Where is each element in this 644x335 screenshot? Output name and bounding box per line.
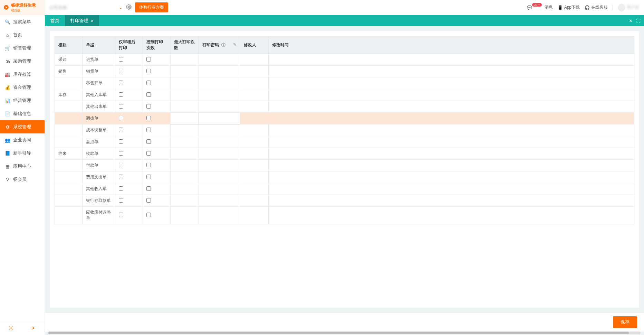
control-count-checkbox[interactable] (146, 163, 151, 167)
control-count-checkbox[interactable] (146, 139, 151, 144)
sidebar-item-8[interactable]: ⚙系统管理 (0, 120, 45, 133)
tab-home[interactable]: 首页 (45, 15, 65, 26)
close-icon[interactable]: ✕ (90, 19, 94, 23)
audit-only-checkbox[interactable] (119, 186, 123, 191)
messages-link[interactable]: 💬 99 + 消息 (527, 4, 553, 10)
sidebar-item-3[interactable]: 🛍采购管理 (0, 55, 45, 68)
cell-modify-time (269, 54, 634, 66)
sidebar-item-9[interactable]: 👥企业协同 (0, 133, 45, 147)
cell-audit-only (115, 124, 143, 136)
tab-print-management[interactable]: 打印管理 ✕ (65, 15, 99, 26)
sidebar-item-10[interactable]: 📘新手引导 (0, 147, 45, 160)
bag-icon: 🛍 (5, 58, 10, 64)
separator-icon (613, 5, 613, 10)
cell-max-count[interactable] (171, 113, 199, 124)
control-count-checkbox[interactable] (146, 69, 151, 73)
tab-close-all-icon[interactable]: ✕ (629, 18, 633, 24)
tenant-selector[interactable]: 公司名称 (49, 4, 67, 11)
cell-password (199, 195, 240, 207)
cell-audit-only (115, 77, 143, 89)
edit-icon[interactable]: ✎ (233, 42, 237, 47)
cell-audit-only (115, 183, 143, 195)
sidebar-item-1[interactable]: ⌂首页 (0, 28, 45, 41)
sidebar-item-12[interactable]: V畅会员 (0, 173, 45, 186)
messages-label: 消息 (545, 4, 553, 10)
control-count-checkbox[interactable] (146, 104, 151, 109)
table-row: 零售开单 (55, 77, 634, 89)
cell-control-count (143, 207, 171, 224)
sidebar-item-6[interactable]: 📊经营管理 (0, 94, 45, 107)
sidebar-item-label: 销售管理 (13, 45, 31, 51)
audit-only-checkbox[interactable] (119, 139, 123, 144)
audit-only-checkbox[interactable] (119, 104, 123, 109)
control-count-checkbox[interactable] (146, 151, 151, 156)
cell-max-count (171, 195, 199, 207)
horizontal-scrollbar[interactable] (45, 332, 644, 335)
audit-only-checkbox[interactable] (119, 213, 123, 217)
gear-icon[interactable] (126, 4, 132, 11)
user-menu[interactable]: 用户名 (618, 4, 639, 11)
sidebar-item-5[interactable]: 💰资金管理 (0, 81, 45, 94)
table-row: 往来收款单 (55, 148, 634, 160)
settings-icon[interactable] (9, 326, 13, 332)
customer-service-link[interactable]: 🎧 在线客服 (585, 4, 608, 10)
control-count-checkbox[interactable] (146, 175, 151, 179)
cell-max-count (171, 183, 199, 195)
control-count-checkbox[interactable] (146, 57, 151, 62)
cell-module (55, 171, 83, 183)
sidebar-item-label: 新手引导 (13, 150, 31, 156)
sidebar-item-2[interactable]: 🛒销售管理 (0, 41, 45, 55)
sidebar-item-0[interactable]: 🔍搜索菜单 (0, 15, 45, 28)
audit-only-checkbox[interactable] (119, 69, 123, 73)
control-count-checkbox[interactable] (146, 213, 151, 217)
cell-module: 往来 (55, 148, 83, 160)
cell-module: 采购 (55, 54, 83, 66)
audit-only-checkbox[interactable] (119, 151, 123, 156)
cell-max-count (171, 160, 199, 171)
control-count-checkbox[interactable] (146, 186, 151, 191)
chevron-down-icon[interactable]: ⌄ (119, 5, 123, 10)
audit-only-checkbox[interactable] (119, 57, 123, 62)
cell-control-count (143, 160, 171, 171)
audit-only-checkbox[interactable] (119, 163, 123, 167)
cell-modifier (240, 160, 269, 171)
team-icon: 👥 (5, 137, 10, 143)
audit-only-checkbox[interactable] (119, 116, 123, 120)
guide-icon: 📘 (5, 150, 10, 156)
control-count-checkbox[interactable] (146, 128, 151, 132)
cell-doc: 盘点单 (83, 136, 115, 148)
cell-doc: 其他入库单 (83, 89, 115, 101)
control-count-checkbox[interactable] (146, 92, 151, 97)
th-module: 模块 (55, 36, 83, 54)
cell-control-count (143, 195, 171, 207)
cell-max-count (171, 54, 199, 66)
help-icon[interactable]: ⓘ (221, 43, 225, 47)
cell-password[interactable] (199, 113, 240, 124)
save-button[interactable]: 保存 (613, 316, 637, 328)
cell-control-count (143, 77, 171, 89)
audit-only-checkbox[interactable] (119, 81, 123, 85)
sidebar-item-7[interactable]: 📄基础信息 (0, 107, 45, 120)
control-count-checkbox[interactable] (146, 81, 151, 85)
svg-rect-2 (32, 326, 32, 329)
industry-solution-button[interactable]: 体验行业方案 (135, 2, 168, 12)
control-count-checkbox[interactable] (146, 198, 151, 203)
audit-only-checkbox[interactable] (119, 128, 123, 132)
sidebar-item-11[interactable]: ▦应用中心 (0, 160, 45, 173)
app-download-link[interactable]: 📱 App下载 (558, 4, 580, 10)
collapse-icon[interactable] (31, 326, 36, 332)
audit-only-checkbox[interactable] (119, 92, 123, 97)
cell-password (199, 101, 240, 113)
cell-doc: 零售开单 (83, 77, 115, 89)
table-row: 调拔单 (55, 113, 634, 124)
cell-audit-only (115, 195, 143, 207)
cell-module (55, 77, 83, 89)
fullscreen-icon[interactable]: ⛶ (636, 18, 641, 24)
control-count-checkbox[interactable] (146, 116, 151, 120)
audit-only-checkbox[interactable] (119, 198, 123, 203)
audit-only-checkbox[interactable] (119, 175, 123, 179)
print-settings-panel: 模块 单据 仅审核后打印 控制打印次数 最大打印次数 打印密码 ⓘ ✎ 修改人 (50, 31, 639, 308)
cell-control-count (143, 101, 171, 113)
sidebar-item-4[interactable]: 🏭库存核算 (0, 68, 45, 81)
cell-module: 销售 (55, 66, 83, 77)
